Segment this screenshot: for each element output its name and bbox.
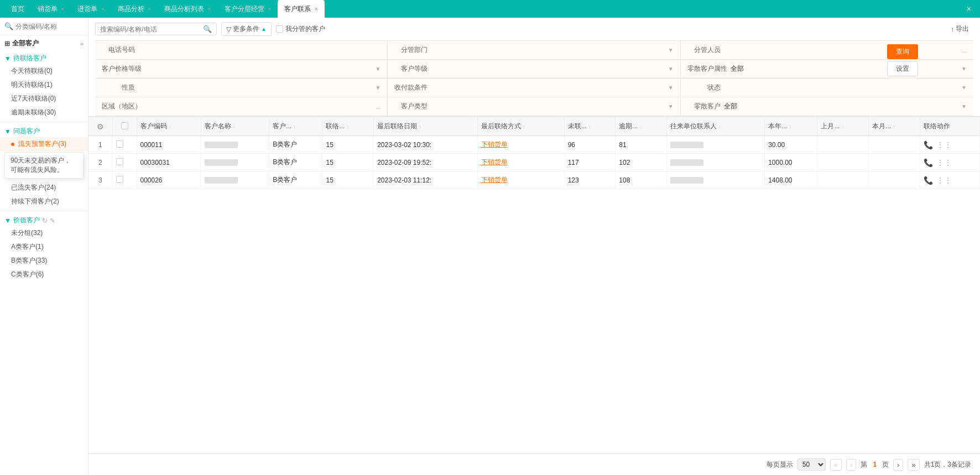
row-last-month xyxy=(817,154,869,171)
row-action[interactable]: 📞 ⋮⋮ xyxy=(920,136,979,154)
settings-button[interactable]: 设置 xyxy=(887,61,918,76)
nav-close-analysis[interactable]: × xyxy=(148,6,151,12)
nav-sales-order[interactable]: 销货单 × xyxy=(31,0,71,18)
sidebar-item-declining[interactable]: 持续下滑客户(2) xyxy=(0,195,88,208)
row-check[interactable] xyxy=(116,176,123,183)
row-check[interactable] xyxy=(116,140,123,148)
th-last-date[interactable]: 最后联络日期 xyxy=(374,117,478,136)
action-phone-icon[interactable]: 📞 xyxy=(924,158,933,167)
action-phone-icon[interactable]: 📞 xyxy=(924,140,933,149)
sidebar-item-7days[interactable]: 近7天待联络(0) xyxy=(0,92,88,106)
nav-close-purchase[interactable]: × xyxy=(101,6,104,12)
row-checkbox[interactable] xyxy=(112,154,137,171)
next-page-btn[interactable]: › xyxy=(893,459,903,471)
filter-nature-select[interactable]: ▼ xyxy=(138,85,380,91)
row-num: 1 xyxy=(88,136,112,154)
filter-region-dots[interactable]: ... xyxy=(376,103,380,110)
sidebar-group-problem[interactable]: ▼ 问题客户 xyxy=(0,124,88,137)
row-action[interactable]: 📞 ⋮⋮ xyxy=(920,171,979,189)
blurred-name xyxy=(205,177,238,184)
filter-manager-dots[interactable]: ... xyxy=(962,47,967,54)
query-button[interactable]: 查询 xyxy=(887,44,918,59)
last-method-link[interactable]: 下销货单 xyxy=(481,176,508,184)
action-more-icon[interactable]: ⋮⋮ xyxy=(936,158,952,167)
row-action[interactable]: 📞 ⋮⋮ xyxy=(920,154,979,171)
sidebar-item-tomorrow[interactable]: 明天待联络(1) xyxy=(0,78,88,92)
nav-product-analysis[interactable]: 商品分析 × xyxy=(111,0,158,18)
filter-grade-select[interactable]: ▼ xyxy=(431,66,673,72)
nav-close-sales[interactable]: × xyxy=(61,6,64,12)
nav-home[interactable]: 首页 xyxy=(4,0,31,18)
select-all-check[interactable] xyxy=(121,122,128,129)
th-this-year[interactable]: 本年... xyxy=(765,117,817,136)
first-page-btn[interactable]: « xyxy=(830,459,842,471)
th-last-month[interactable]: 上月... xyxy=(817,117,869,136)
filter-dept-select[interactable]: ▼ xyxy=(431,47,673,53)
nav-close-tier[interactable]: × xyxy=(268,6,271,12)
sidebar-item-overdue[interactable]: 逾期未联络(30) xyxy=(0,106,88,119)
th-this-month[interactable]: 本月... xyxy=(869,117,920,136)
sidebar-item-churn-warning[interactable]: 流失预警客户(3) xyxy=(0,137,88,151)
action-icons[interactable]: 📞 ⋮⋮ xyxy=(924,158,976,167)
th-code[interactable]: 客户编码 xyxy=(137,117,201,136)
filter-phone-input[interactable] xyxy=(138,46,380,54)
action-more-icon[interactable]: ⋮⋮ xyxy=(936,176,952,185)
sidebar-item-churned[interactable]: 已流失客户(24) xyxy=(0,181,88,195)
sidebar-group-value[interactable]: ▼ 价值客户 ↻ ✎ xyxy=(0,213,88,226)
filter-retail-attr: 零散客户属性 全部 ▼ xyxy=(681,60,973,79)
more-conditions-btn[interactable]: ▽ 更多条件 ▲ xyxy=(221,22,272,36)
filter-retail-attr-select[interactable]: 全部 ▼ xyxy=(731,64,967,74)
export-btn[interactable]: ↑ 导出 xyxy=(946,23,973,35)
th-name[interactable]: 客户名称 xyxy=(201,117,269,136)
filter-status-select[interactable]: ▼ xyxy=(724,85,967,91)
action-icons[interactable]: 📞 ⋮⋮ xyxy=(924,176,976,185)
my-customers-check[interactable] xyxy=(276,25,283,33)
sidebar-item-c-class[interactable]: C类客户(6) xyxy=(0,268,88,281)
nav-product-analysis-list[interactable]: 商品分析列表 × xyxy=(158,0,217,18)
close-all-tabs[interactable]: × xyxy=(962,4,976,13)
search-icon-btn[interactable]: 🔍 xyxy=(203,25,212,33)
edit-icon[interactable]: ✎ xyxy=(50,217,55,225)
sidebar-all-customers[interactable]: ⊞ 全部客户 « xyxy=(0,35,88,51)
th-uncontacted[interactable]: 未联... xyxy=(564,117,616,136)
th-gear[interactable]: ⚙ xyxy=(88,117,112,136)
nav-customer-tier[interactable]: 客户分层经营 × xyxy=(218,0,278,18)
filter-expanded: 电话号码 分管部门 ▼ 分管人员 ... xyxy=(95,40,973,116)
th-last-method[interactable]: 最后联络方式 xyxy=(477,117,564,136)
sidebar-item-ungrouped[interactable]: 未分组(32) xyxy=(0,226,88,240)
action-icons[interactable]: 📞 ⋮⋮ xyxy=(924,140,976,149)
filter-retail-select[interactable]: 全部 ▼ xyxy=(724,102,967,111)
th-overdue[interactable]: 逾期... xyxy=(616,117,667,136)
sidebar-item-today[interactable]: 今天待联络(0) xyxy=(0,64,88,78)
nav-close-analysis-list[interactable]: × xyxy=(207,6,211,12)
filter-price-select[interactable]: ▼ xyxy=(145,66,380,72)
row-checkbox[interactable] xyxy=(112,136,137,154)
search-input[interactable] xyxy=(100,25,201,33)
action-phone-icon[interactable]: 📞 xyxy=(924,176,933,185)
sidebar-group-pending[interactable]: ▼ 待联络客户 xyxy=(0,51,88,64)
sidebar-item-a-class[interactable]: A类客户(1) xyxy=(0,240,88,254)
refresh-icon[interactable]: ↻ xyxy=(42,217,48,225)
th-checkbox[interactable] xyxy=(112,117,137,136)
last-method-link[interactable]: 下销货单 xyxy=(481,140,508,148)
sidebar-item-b-class[interactable]: B类客户(33) xyxy=(0,254,88,268)
per-page-select[interactable]: 50 100 200 xyxy=(797,458,826,471)
filter-payment-select[interactable]: ▼ xyxy=(431,85,673,91)
nav-purchase-order[interactable]: 进货单 × xyxy=(71,0,111,18)
th-type[interactable]: 客户... xyxy=(269,117,322,136)
sidebar-search-input[interactable] xyxy=(15,23,84,30)
row-check[interactable] xyxy=(116,158,123,165)
prev-page-btn[interactable]: ‹ xyxy=(846,459,856,471)
filter-ctype-select[interactable]: ▼ xyxy=(431,103,673,109)
row-num: 3 xyxy=(88,171,112,189)
settings-gear-icon[interactable]: ⚙ xyxy=(97,122,104,131)
nav-customer-contact[interactable]: 客户联系 × xyxy=(278,0,324,18)
last-page-btn[interactable]: » xyxy=(908,459,919,471)
th-contact[interactable]: 联络... xyxy=(322,117,374,136)
th-contact-person[interactable]: 往来单位联系人 xyxy=(667,117,765,136)
action-more-icon[interactable]: ⋮⋮ xyxy=(936,140,952,149)
nav-close-contact[interactable]: × xyxy=(314,6,317,12)
row-checkbox[interactable] xyxy=(112,171,137,189)
last-method-link[interactable]: 下销货单 xyxy=(481,158,508,166)
my-customers-checkbox[interactable]: 我分管的客户 xyxy=(276,24,325,34)
